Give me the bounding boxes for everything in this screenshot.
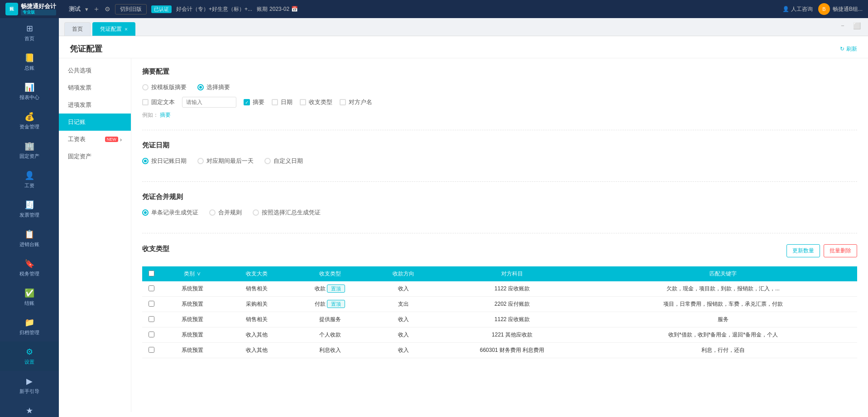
pin-tag[interactable]: 置顶 [327,300,345,308]
left-nav-public[interactable]: 公共选项 [59,62,131,79]
th-category: 类别 ∨ [160,266,225,281]
sidebar-item-label: 报表中心 [19,94,39,101]
batch-delete-button[interactable]: 批量删除 [824,244,857,257]
calendar-icon[interactable]: 📅 [291,6,298,12]
sidebar-item-label: 新手引导 [19,388,39,395]
voucher-date-section: 凭证日期 按日记账日期 对应期间最后一天 [142,141,857,182]
sidebar-item-reports[interactable]: 📊 报表中心 [0,77,59,106]
tab-home[interactable]: 首页 [64,22,91,36]
sidebar-item-label: 总账 [24,65,34,71]
left-nav-fixed-assets[interactable]: 固定资产 [59,148,131,165]
left-nav-sales-invoice[interactable]: 销项发票 [59,79,131,96]
sidebar-item-funds[interactable]: 💰 资金管理 [0,106,59,136]
sidebar-item-home[interactable]: ⊞ 首页 [0,18,59,47]
refresh-button[interactable]: ↻ 刷新 [840,45,857,53]
sidebar-item-invoice[interactable]: 🧾 发票管理 [0,194,59,224]
maximize-button[interactable]: ⬜ [851,21,863,31]
row-checkbox-cell[interactable] [142,343,160,358]
sidebar-item-label: 归档管理 [19,329,39,336]
table-row: 系统预置 采购相关 付款 置顶 支出 2202 应付账款 项目，日常费用，报销款… [142,297,857,312]
company-dropdown-icon[interactable]: ▾ [85,6,88,13]
row-type: 利息收入 [289,343,371,358]
select-all-checkbox[interactable] [149,270,154,276]
row-checkbox[interactable] [149,285,154,291]
settings-icon[interactable]: ⚙ [105,5,110,13]
row-checkbox-cell[interactable] [142,312,160,327]
table-row: 系统预置 收入其他 利息收入 收入 660301 财务费用 利息费用 利息，行付… [142,343,857,358]
income-expense-section: 收支类型 更新数量 批量删除 [142,244,857,369]
sidebar-item-label: 资金管理 [19,123,39,130]
left-nav-purchase-invoice[interactable]: 进项发票 [59,96,131,114]
archive-icon: 📁 [24,317,34,327]
row-checkbox-cell[interactable] [142,281,160,297]
radio-template[interactable]: 按模板版摘要 [142,83,187,91]
counterpart-checkbox [340,99,346,105]
radio-period-last[interactable]: 对应期间最后一天 [197,157,254,165]
sidebar-item-assets[interactable]: 🏢 固定资产 [0,136,59,165]
income-expense-table: 类别 ∨ 收支大类 收支类型 收款方向 对方科目 匹配关键字 [142,266,857,358]
company-name: 测试 [69,5,81,13]
row-account: 660301 财务费用 利息费用 [435,343,589,358]
sidebar-item-member[interactable]: ★ 畅会员 [0,400,59,417]
row-category: 系统预置 [160,281,225,297]
add-icon[interactable]: ＋ [93,5,100,14]
row-type: 收款 置顶 [289,281,371,297]
summary-checkbox: ✓ [244,99,250,105]
left-nav-salary[interactable]: 工资表 NEW › [59,131,131,148]
checkbox-date[interactable]: 日期 [272,98,293,106]
update-count-button[interactable]: 更新数量 [786,244,820,257]
row-direction: 支出 [371,297,436,312]
checkbox-summary[interactable]: ✓ 摘要 [244,98,264,106]
radio-custom-date[interactable]: 自定义日期 [264,157,303,165]
th-select-all[interactable] [142,266,160,281]
row-checkbox[interactable] [149,347,154,353]
sidebar-item-payroll[interactable]: 👤 工资 [0,165,59,194]
row-major: 采购相关 [225,297,289,312]
table-row: 系统预置 销售相关 提供服务 收入 1122 应收账款 服务 [142,312,857,327]
invoice-icon: 🧾 [24,200,34,210]
chevron-right-icon: › [120,136,122,143]
tab-bar: 首页 凭证配置 × － ⬜ [59,18,868,36]
minimize-button[interactable]: － [838,21,848,31]
service-icon: 👤 [782,6,789,12]
radio-single[interactable]: 单条记录生成凭证 [142,208,198,217]
sidebar-item-ledger[interactable]: 📒 总账 [0,47,59,77]
sidebar-item-tax[interactable]: 🔖 税务管理 [0,253,59,283]
row-checkbox-cell[interactable] [142,297,160,312]
row-major: 销售相关 [225,312,289,327]
row-checkbox[interactable] [149,316,154,322]
row-checkbox[interactable] [149,301,154,307]
row-checkbox-cell[interactable] [142,327,160,343]
sidebar-item-archive[interactable]: 📁 归档管理 [0,312,59,341]
sidebar-item-guide[interactable]: ▶ 新手引导 [0,371,59,400]
checkbox-type[interactable]: 收支类型 [300,98,332,106]
radio-merge[interactable]: 合并规则 [209,208,242,217]
tab-close-icon[interactable]: × [125,26,128,33]
pin-tag[interactable]: 置顶 [327,284,345,293]
sidebar-item-settings[interactable]: ⚙ 设置 [0,341,59,371]
row-type: 个人收款 [289,327,371,343]
tax-icon: 🔖 [24,259,34,269]
fixed-text-input[interactable] [182,97,236,108]
radio-journal-date[interactable]: 按日记账日期 [142,157,187,165]
radio-merge-circle [209,209,216,216]
th-account: 对方科目 [435,266,589,281]
radio-select[interactable]: 选择摘要 [197,83,230,91]
fixed-text-checkbox [142,99,149,105]
checkbox-counterpart[interactable]: 对方户名 [340,98,372,106]
service-button[interactable]: 👤 人工咨询 [782,5,813,13]
switch-version-button[interactable]: 切到旧版 [115,4,147,14]
certified-badge: 已认证 [151,5,172,13]
row-checkbox[interactable] [149,332,154,337]
tab-voucher-config[interactable]: 凭证配置 × [92,22,135,36]
radio-select-total[interactable]: 按照选择汇总生成凭证 [253,208,321,217]
sidebar-item-purchase[interactable]: 📋 进销台账 [0,224,59,253]
main-layout: ⊞ 首页 📒 总账 📊 报表中心 💰 资金管理 🏢 固定资产 👤 工资 🧾 发票… [0,18,868,417]
checkbox-fixed-text[interactable]: 固定文本 [142,98,175,106]
sidebar-item-closing[interactable]: ✅ 结账 [0,283,59,312]
left-nav-journal[interactable]: 日记账 [59,114,131,131]
row-keywords: 利息，行付，还自 [589,343,857,358]
row-major: 收入其他 [225,327,289,343]
purchase-icon: 📋 [24,229,34,239]
table-row: 系统预置 收入其他 个人收款 收入 1221 其他应收款 收到*借款，收到*备用… [142,327,857,343]
